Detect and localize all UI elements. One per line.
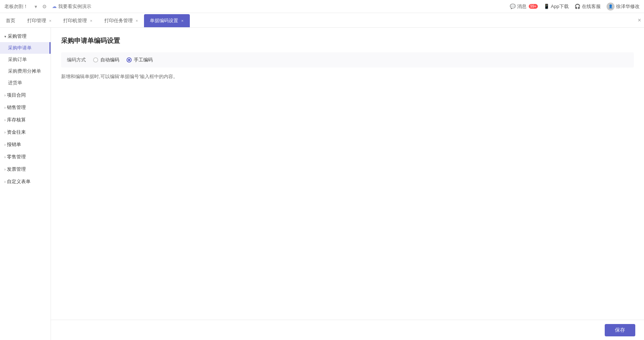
tab-bar-close-icon[interactable]: ×	[638, 17, 641, 24]
tab-bill-code-settings-label: 单据编码设置	[150, 17, 178, 24]
message-badge: 99+	[529, 4, 538, 9]
chevron-inventory-settle-icon: ›	[4, 118, 5, 122]
sidebar-group-fund-flow: › 资金往来	[0, 126, 51, 138]
sidebar-group-sales-mgmt-label: 销售管理	[7, 104, 26, 111]
online-service-action[interactable]: 🎧 在线客服	[575, 3, 601, 10]
content-inner: 采购申请单编码设置 编码方式 自动编码 手工编码 新增和编辑单据时,可	[51, 28, 644, 320]
app-download-action[interactable]: 📱 App下载	[544, 3, 569, 10]
sidebar-item-purchase-expense-label: 采购费用分摊单	[8, 68, 41, 74]
sidebar-group-retail-mgmt-header[interactable]: › 零售管理	[0, 151, 51, 163]
sidebar-group-retail-mgmt-label: 零售管理	[7, 154, 26, 160]
sidebar-item-purchase-request[interactable]: 采购申请单	[0, 42, 51, 54]
message-label: 消息	[517, 3, 527, 10]
sidebar-group-inventory-settle: › 库存核算	[0, 114, 51, 126]
radio-group-encoding: 自动编码 手工编码	[93, 57, 153, 63]
main-layout: ▾ 采购管理 采购申请单 采购订单 采购费用分摊单 进货单 › 项目合同	[0, 28, 644, 340]
headset-icon: 🎧	[575, 4, 580, 9]
user-profile[interactable]: 👤 徐泽华修改	[607, 3, 640, 11]
sidebar-group-inventory-settle-label: 库存核算	[7, 117, 26, 123]
tab-bar: 首页 打印管理 × 打印机管理 × 打印任务管理 × 单据编码设置 × ×	[0, 13, 644, 28]
sidebar: ▾ 采购管理 采购申请单 采购订单 采购费用分摊单 进货单 › 项目合同	[0, 28, 51, 340]
encoding-method-label: 编码方式	[67, 57, 86, 63]
sidebar-group-custom-forms-label: 自定义表单	[7, 178, 31, 185]
sidebar-item-purchase-order[interactable]: 采购订单	[0, 54, 51, 65]
radio-manual-code[interactable]: 手工编码	[127, 57, 153, 63]
sidebar-group-procurement-label: 采购管理	[8, 33, 27, 40]
top-bar-right: 💬 消息 99+ 📱 App下载 🎧 在线客服 👤 徐泽华修改	[510, 3, 640, 11]
sidebar-group-retail-mgmt: › 零售管理	[0, 151, 51, 163]
chevron-returns-icon: ›	[4, 143, 5, 147]
sidebar-group-sales-mgmt-header[interactable]: › 销售管理	[0, 102, 51, 113]
top-bar: 老板勿割！ ▾ ⚙ 我要看实例演示 💬 消息 99+ 📱 App下载 🎧 在线客…	[0, 0, 644, 13]
top-bar-title: 老板勿割！	[4, 3, 28, 10]
sidebar-item-purchase-expense[interactable]: 采购费用分摊单	[0, 65, 51, 77]
online-service-label: 在线客服	[582, 3, 601, 10]
tab-bill-code-settings[interactable]: 单据编码设置 ×	[144, 14, 189, 27]
sidebar-group-fund-flow-header[interactable]: › 资金往来	[0, 126, 51, 138]
sidebar-item-purchase-order-label: 采购订单	[8, 57, 27, 62]
chevron-retail-mgmt-icon: ›	[4, 155, 5, 159]
sidebar-item-purchase-request-label: 采购申请单	[8, 45, 32, 50]
sidebar-group-invoice-mgmt: › 发票管理	[0, 163, 51, 175]
sidebar-group-returns-label: 报销单	[7, 141, 21, 148]
radio-manual-code-label: 手工编码	[134, 57, 153, 63]
sidebar-group-project-contract-label: 项目合同	[7, 92, 26, 98]
sidebar-group-returns: › 报销单	[0, 139, 51, 150]
avatar: 👤	[607, 3, 615, 11]
tab-printer-mgmt-label: 打印机管理	[63, 17, 87, 24]
user-name: 徐泽华修改	[616, 3, 640, 10]
top-bar-icons: ▾ ⚙	[32, 3, 48, 10]
sidebar-group-project-contract: › 项目合同	[0, 89, 51, 101]
content-footer: 保存	[51, 320, 644, 340]
demo-link[interactable]: 我要看实例演示	[52, 3, 91, 10]
radio-manual-code-circle	[127, 57, 132, 62]
chevron-sales-mgmt-icon: ›	[4, 106, 5, 110]
chevron-procurement-icon: ▾	[4, 35, 6, 39]
tab-home-label: 首页	[6, 17, 15, 24]
tab-print-task-mgmt-label: 打印任务管理	[104, 17, 133, 24]
sidebar-group-invoice-mgmt-header[interactable]: › 发票管理	[0, 163, 51, 175]
sidebar-group-procurement-header[interactable]: ▾ 采购管理	[0, 31, 51, 42]
hint-text: 新增和编辑单据时,可以编辑'单据编号'输入框中的内容。	[61, 73, 634, 80]
tab-print-mgmt-close[interactable]: ×	[49, 19, 51, 23]
page-title: 采购申请单编码设置	[61, 36, 634, 45]
chevron-down-icon[interactable]: ▾	[32, 3, 39, 10]
radio-auto-code-circle	[93, 57, 98, 62]
chevron-custom-forms-icon: ›	[4, 180, 5, 184]
content-area: 采购申请单编码设置 编码方式 自动编码 手工编码 新增和编辑单据时,可	[51, 28, 644, 340]
message-icon: 💬	[510, 4, 516, 9]
sidebar-group-inventory-settle-header[interactable]: › 库存核算	[0, 114, 51, 126]
save-button[interactable]: 保存	[605, 324, 635, 336]
encoding-method-row: 编码方式 自动编码 手工编码	[61, 52, 634, 68]
top-bar-left: 老板勿割！ ▾ ⚙ 我要看实例演示	[4, 3, 91, 10]
demo-link-text: 我要看实例演示	[58, 3, 91, 10]
sidebar-group-fund-flow-label: 资金往来	[7, 129, 26, 135]
sidebar-group-returns-header[interactable]: › 报销单	[0, 139, 51, 150]
tab-print-task-mgmt[interactable]: 打印任务管理 ×	[99, 14, 144, 27]
app-download-label: App下载	[551, 3, 569, 10]
chevron-fund-flow-icon: ›	[4, 130, 5, 134]
app-icon: 📱	[544, 4, 549, 9]
sidebar-group-custom-forms-header[interactable]: › 自定义表单	[0, 176, 51, 187]
sidebar-item-incoming[interactable]: 进货单	[0, 77, 51, 89]
sidebar-group-procurement: ▾ 采购管理 采购申请单 采购订单 采购费用分摊单 进货单	[0, 31, 51, 89]
tab-bill-code-settings-close[interactable]: ×	[181, 19, 183, 23]
sidebar-group-custom-forms: › 自定义表单	[0, 176, 51, 187]
hint-text-content: 新增和编辑单据时,可以编辑'单据编号'输入框中的内容。	[61, 74, 178, 79]
radio-auto-code-label: 自动编码	[100, 57, 119, 63]
radio-auto-code[interactable]: 自动编码	[93, 57, 119, 63]
chevron-invoice-mgmt-icon: ›	[4, 167, 5, 171]
settings-icon[interactable]: ⚙	[41, 3, 48, 10]
tab-print-mgmt-label: 打印管理	[27, 17, 46, 24]
sidebar-group-sales-mgmt: › 销售管理	[0, 102, 51, 113]
tab-home[interactable]: 首页	[0, 14, 21, 27]
tab-printer-mgmt-close[interactable]: ×	[90, 19, 92, 23]
message-action[interactable]: 💬 消息 99+	[510, 3, 538, 10]
sidebar-group-invoice-mgmt-label: 发票管理	[7, 166, 26, 173]
sidebar-item-incoming-label: 进货单	[8, 80, 22, 85]
tab-printer-mgmt[interactable]: 打印机管理 ×	[57, 14, 98, 27]
tab-print-mgmt[interactable]: 打印管理 ×	[21, 14, 57, 27]
sidebar-group-project-contract-header[interactable]: › 项目合同	[0, 89, 51, 101]
chevron-project-contract-icon: ›	[4, 93, 5, 97]
tab-print-task-mgmt-close[interactable]: ×	[136, 19, 138, 23]
